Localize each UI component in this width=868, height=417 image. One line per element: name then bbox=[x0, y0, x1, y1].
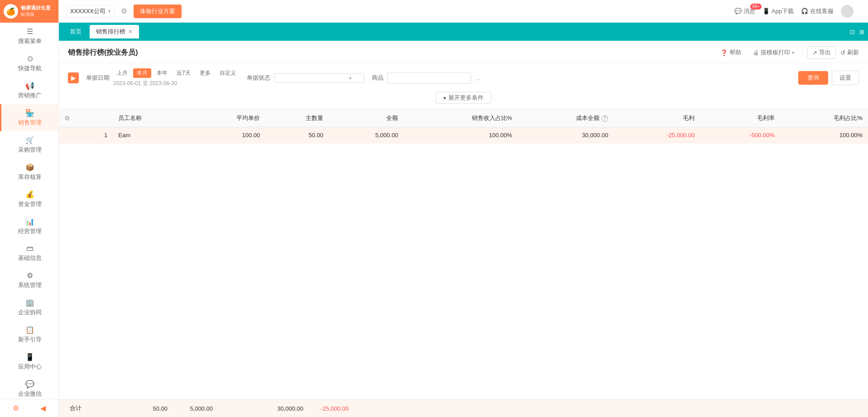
th-name: 员工名称 bbox=[113, 110, 189, 127]
tab-maximize-icon[interactable]: ⊞ bbox=[859, 29, 864, 35]
print-button[interactable]: 🖨 按模板打印 ▾ bbox=[749, 47, 798, 58]
tab-bar-right: ⊡ ⊞ bbox=[850, 29, 864, 35]
page-header: 销售排行榜(按业务员) ❓ 帮助 🖨 按模板打印 ▾ ↗ 导出 bbox=[59, 41, 868, 63]
data-table: ⚙ 员工名称 平均单价 主数量 全额 销售收入占比% 成本全额 ? bbox=[59, 110, 868, 144]
search-menu-icon: ☰ bbox=[27, 27, 33, 36]
goods-filter-group: 商品 … bbox=[372, 72, 481, 84]
sidebar-item-weixin[interactable]: 💬 企业微信 bbox=[0, 375, 58, 399]
help-icon: ❓ bbox=[720, 49, 728, 56]
query-button[interactable]: 查询 bbox=[798, 71, 828, 85]
date-filter-group: 单据日期 上月 本月 本年 近7天 更多 自定义 2023- bbox=[86, 68, 240, 87]
date-tab-7days[interactable]: 近7天 bbox=[173, 68, 194, 78]
sidebar-item-label: 资金管理 bbox=[18, 200, 42, 208]
footer-main-qty: 50.00 bbox=[137, 405, 173, 412]
sidebar-item-label: 搜索菜单 bbox=[18, 37, 42, 45]
sidebar-item-appstore[interactable]: 📱 应用中心 bbox=[0, 348, 58, 375]
th-total: 全额 bbox=[329, 110, 403, 127]
goods-more-btn[interactable]: … bbox=[475, 75, 481, 81]
sidebar-item-purchase[interactable]: 🛒 采购管理 bbox=[0, 131, 58, 158]
th-main-qty: 主数量 bbox=[265, 110, 329, 127]
expand-row: ▾ 展开更多条件 bbox=[68, 92, 859, 104]
table-body: 1 Eam 100.00 50.00 5,000.00 100.00% 30,0… bbox=[59, 127, 868, 144]
appstore-icon: 📱 bbox=[25, 353, 34, 361]
tab-home[interactable]: 首页 bbox=[62, 24, 89, 39]
sidebar-item-quick[interactable]: ⊙ 快捷导航 bbox=[0, 50, 58, 77]
status-chevron-icon: ▾ bbox=[349, 76, 351, 81]
date-filter-label: 单据日期 bbox=[86, 74, 110, 82]
column-settings-icon[interactable]: ⚙ bbox=[64, 115, 70, 122]
tab-sales-ranking[interactable]: 销售排行榜 ✕ bbox=[90, 25, 139, 38]
sidebar-item-label: 企业微信 bbox=[18, 390, 42, 398]
print-chevron-icon: ▾ bbox=[792, 50, 794, 55]
expand-chevron-icon: ▾ bbox=[443, 95, 446, 101]
tab-minimize-icon[interactable]: ⊡ bbox=[850, 29, 855, 35]
sidebar-nav: ☰ 搜索菜单 ⊙ 快捷导航 📢 营销推广 🏪 销售管理 🛒 采购管理 📦 库存核… bbox=[0, 23, 58, 399]
sidebar-settings-btn[interactable]: ⚙ bbox=[13, 404, 19, 412]
purchase-icon: 🛒 bbox=[25, 136, 34, 144]
th-settings[interactable]: ⚙ bbox=[59, 110, 82, 127]
status-select[interactable]: ▾ bbox=[274, 73, 364, 83]
td-total: 5,000.00 bbox=[329, 127, 403, 144]
sidebar-item-label: 新手引导 bbox=[18, 336, 42, 344]
date-tab-this-year[interactable]: 本年 bbox=[153, 68, 171, 78]
tab-label: 销售排行榜 bbox=[96, 28, 125, 36]
td-sales-pct: 100.00% bbox=[403, 127, 518, 144]
online-service-button[interactable]: 🎧 在线客服 bbox=[801, 7, 834, 15]
logo-main: 畅康通好生意 bbox=[21, 5, 51, 11]
quick-nav-icon: ⊙ bbox=[27, 54, 33, 63]
marketing-icon: 📢 bbox=[25, 81, 34, 90]
operations-icon: 📊 bbox=[25, 217, 34, 226]
company-selector[interactable]: XXXXXX公司 ▾ bbox=[66, 5, 115, 18]
trial-button[interactable]: 体验行业方案 bbox=[134, 5, 182, 18]
th-gross-rate: 毛利率 bbox=[700, 110, 780, 127]
sidebar-item-newbie[interactable]: 📋 新手引导 bbox=[0, 321, 58, 348]
th-gross: 毛利 bbox=[614, 110, 700, 127]
sidebar-collapse-btn[interactable]: ◀ bbox=[40, 404, 46, 412]
help-button[interactable]: ❓ 帮助 bbox=[717, 47, 745, 58]
goods-input[interactable] bbox=[387, 72, 471, 84]
expand-label: 展开更多条件 bbox=[448, 94, 484, 102]
service-icon: 🎧 bbox=[801, 8, 808, 14]
sidebar-logo: 🍊 畅康通好生意 标准版 bbox=[0, 0, 58, 23]
sidebar-item-basic[interactable]: 🗃 基础信息 bbox=[0, 240, 58, 267]
newbie-icon: 📋 bbox=[25, 326, 34, 334]
expand-button[interactable]: ▾ 展开更多条件 bbox=[436, 92, 491, 104]
header-settings-icon[interactable]: ⚙ bbox=[121, 7, 127, 15]
message-icon: 💬 bbox=[734, 8, 742, 14]
date-tabs: 上月 本月 本年 近7天 更多 自定义 bbox=[113, 68, 240, 78]
app-download-button[interactable]: 📱 App下载 bbox=[762, 7, 794, 15]
footer-row: 合计 50.00 5,000.00 30,000.00 -25,000.00 bbox=[64, 404, 863, 412]
settings-button[interactable]: 设置 bbox=[832, 71, 859, 85]
sidebar-item-operations[interactable]: 📊 经营管理 bbox=[0, 213, 58, 240]
cost-info-icon[interactable]: ? bbox=[602, 115, 608, 122]
print-label: 按模板打印 bbox=[761, 48, 790, 57]
date-tab-more[interactable]: 更多 bbox=[196, 68, 214, 78]
logo-icon: 🍊 bbox=[4, 4, 18, 19]
logo-sub: 标准版 bbox=[21, 11, 51, 18]
refresh-button[interactable]: ↺ 刷新 bbox=[840, 48, 859, 57]
message-badge: 99+ bbox=[750, 4, 762, 10]
avatar[interactable] bbox=[841, 5, 854, 18]
message-button[interactable]: 💬 消息 99+ bbox=[734, 7, 755, 15]
refresh-icon: ↺ bbox=[840, 49, 845, 56]
export-button[interactable]: ↗ 导出 bbox=[807, 46, 836, 59]
sidebar-item-enterprise[interactable]: 🏢 企业协同 bbox=[0, 294, 58, 321]
sidebar-item-search[interactable]: ☰ 搜索菜单 bbox=[0, 23, 58, 50]
date-tab-last-month[interactable]: 上月 bbox=[113, 68, 131, 78]
sidebar-item-inventory[interactable]: 📦 库存核算 bbox=[0, 158, 58, 186]
filter-arrow-button[interactable]: ▶ bbox=[68, 72, 79, 83]
sidebar-item-sales[interactable]: 🏪 销售管理 bbox=[0, 104, 58, 131]
sidebar-item-label: 企业协同 bbox=[18, 308, 42, 316]
sidebar-item-system[interactable]: ⚙ 系统管理 bbox=[0, 267, 58, 294]
sidebar-item-label: 快捷导航 bbox=[18, 64, 42, 72]
tab-close-icon[interactable]: ✕ bbox=[128, 29, 133, 35]
date-tab-custom[interactable]: 自定义 bbox=[216, 68, 240, 78]
sidebar-item-finance[interactable]: 💰 资金管理 bbox=[0, 186, 58, 213]
td-avg-price: 100.00 bbox=[189, 127, 266, 144]
main-area: XXXXXX公司 ▾ ⚙ 体验行业方案 💬 消息 99+ 📱 App下载 🎧 在… bbox=[59, 0, 868, 417]
date-tab-this-month[interactable]: 本月 bbox=[133, 68, 151, 78]
sales-icon: 🏪 bbox=[25, 109, 34, 117]
sidebar-item-marketing[interactable]: 📢 营销推广 bbox=[0, 77, 58, 104]
enterprise-icon: 🏢 bbox=[25, 298, 34, 307]
export-label: 导出 bbox=[819, 48, 831, 57]
